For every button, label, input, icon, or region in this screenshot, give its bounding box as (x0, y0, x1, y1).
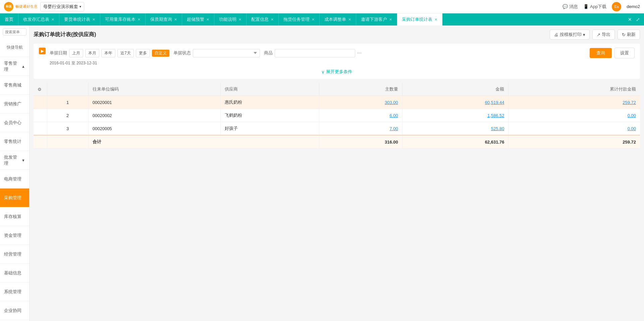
tab-tuo[interactable]: 拖货任务管理 ✕ (279, 13, 320, 25)
tab-peizhi-close[interactable]: ✕ (271, 17, 274, 22)
page-title: 采购订单统计表(按供应商) (34, 31, 96, 38)
tab-yaohuo[interactable]: 要货单统计表 ✕ (59, 13, 100, 25)
tab-yaoqing-label: 邀请下游客户 (361, 16, 387, 22)
tab-gongneng[interactable]: 功能说明 ✕ (214, 13, 247, 25)
row-supplier-2: 好孩子 (220, 122, 319, 136)
goods-more-dots[interactable]: ··· (357, 50, 362, 56)
sidebar-item-caigou-guanli[interactable]: 采购管理 (0, 189, 29, 207)
th-seq (47, 83, 88, 96)
row-supplier-1: 飞鹤奶粉 (220, 109, 319, 122)
date-custom-badge[interactable]: 自定义 (152, 50, 169, 57)
export-icon: ↗ (597, 32, 600, 37)
sidebar-item-yingxiao[interactable]: 营销推广 (0, 95, 29, 113)
sidebar-item-lingshao-tongji-label: 零售统计 (4, 139, 21, 145)
nav-right-controls: ✕ ⤢ (627, 16, 644, 23)
tab-peizhi-label: 配置信息 (251, 16, 269, 22)
footer-empty1 (34, 135, 47, 149)
template-print-button[interactable]: 🖨 按模板打印 ▾ (550, 30, 590, 40)
tab-chaochuyujing-close[interactable]: ✕ (206, 17, 209, 22)
sidebar-item-dianshang[interactable]: 电商管理 (0, 170, 29, 189)
date-btn-7days[interactable]: 近7天 (117, 49, 134, 57)
sidebar-item-kucun[interactable]: 库存核算 (0, 207, 29, 226)
chevron-down-icon2: ▾ (583, 32, 585, 37)
sidebar-item-jichu[interactable]: 基础信息 (0, 264, 29, 282)
th-paid: 累计付款金额 (508, 83, 640, 96)
tab-yaoqing[interactable]: 邀请下游客户 ✕ (356, 13, 397, 25)
date-btn-more[interactable]: 更多 (136, 49, 150, 57)
export-button[interactable]: ↗ 导出 (592, 30, 615, 40)
sidebar-item-shangcheng-label: 零售商城 (4, 82, 21, 88)
tab-keyong[interactable]: 可用量库存账本 ✕ (100, 13, 146, 25)
row-code-2: 00020005 (88, 122, 220, 136)
row-gear-1 (34, 109, 47, 122)
settings-button[interactable]: 设置 (614, 48, 635, 58)
sidebar-item-lingshao[interactable]: 零售管理 ▲ (0, 57, 29, 76)
tab-home[interactable]: 首页 (0, 13, 18, 25)
chevron-down-icon3: ∨ (321, 69, 325, 74)
row-amount-0: 60,519.44 (402, 96, 508, 109)
logo-icon: 标版 (4, 2, 13, 11)
expand-more-label: 展开更多条件 (326, 69, 352, 75)
sidebar-item-kuaijie[interactable]: 快捷导航 (0, 38, 29, 57)
sidebar-item-xitong[interactable]: 系统管理 (0, 282, 29, 301)
sidebar-item-kucun-label: 库存核算 (4, 214, 21, 220)
th-qty: 主数量 (319, 83, 402, 96)
tab-gongneng-close[interactable]: ✕ (238, 17, 241, 22)
status-label: 单据状态 (173, 50, 191, 56)
tab-caigou-close[interactable]: ✕ (434, 17, 437, 22)
sidebar-item-zijin[interactable]: 资金管理 (0, 226, 29, 245)
refresh-button[interactable]: ↻ 刷新 (618, 30, 640, 40)
sidebar-item-pifa[interactable]: 批发管理 ▼ (0, 151, 29, 170)
sidebar: 快捷导航 零售管理 ▲ 零售商城 营销推广 会员中心 零售统计 批发管理 ▼ 电… (0, 25, 30, 321)
sidebar-item-jingying[interactable]: 经营管理 (0, 245, 29, 264)
table-row: 2 00020002 飞鹤奶粉 6.00 1,586.52 0.00 (34, 109, 640, 122)
sidebar-item-qiye-label: 企业协同 (4, 308, 21, 314)
table-card: ⚙ 往来单位编码 供应商 主数量 金额 累计付款金额 1 00020001 惠氏… (34, 83, 640, 149)
filter-status-item: 单据状态 (173, 49, 260, 57)
printer-icon: 🖨 (554, 32, 558, 37)
tab-keyong-close[interactable]: ✕ (138, 17, 141, 22)
messages-button[interactable]: 💬 消息 (562, 4, 578, 10)
query-button[interactable]: 查询 (590, 48, 612, 58)
data-table: ⚙ 往来单位编码 供应商 主数量 金额 累计付款金额 1 00020001 惠氏… (34, 83, 640, 149)
tab-yaoqing-close[interactable]: ✕ (389, 17, 392, 22)
filter-toggle-arrow[interactable]: ▶ (39, 48, 46, 54)
tab-tuo-close[interactable]: ✕ (312, 17, 315, 22)
tab-shoufahuiroll[interactable]: 收发存汇总表 ✕ (18, 13, 59, 25)
nav-close-btn[interactable]: ✕ (627, 16, 633, 23)
tab-baozhi-close[interactable]: ✕ (174, 17, 177, 22)
goods-input[interactable] (275, 49, 355, 57)
tab-shoufahuiroll-close[interactable]: ✕ (51, 17, 54, 22)
download-icon: 📱 (583, 4, 589, 9)
sidebar-search-input[interactable] (3, 28, 26, 36)
row-amount-2: 525.80 (402, 122, 508, 136)
sidebar-item-lingshao-tongji[interactable]: 零售统计 (0, 132, 29, 151)
status-select[interactable] (193, 49, 260, 57)
app-download-label: App下载 (590, 4, 606, 10)
table-footer-row: 合计 316.00 62,631.76 259.72 (34, 135, 640, 149)
sidebar-item-jichu-label: 基础信息 (4, 270, 21, 276)
tab-peizhi[interactable]: 配置信息 ✕ (247, 13, 279, 25)
tab-caigou[interactable]: 采购订单统计表 ✕ (397, 13, 442, 25)
tab-yaohuo-close[interactable]: ✕ (92, 17, 95, 22)
app-download-button[interactable]: 📱 App下载 (583, 4, 606, 10)
sidebar-item-shangcheng[interactable]: 零售商城 (0, 76, 29, 95)
date-btn-shang-yue[interactable]: 上月 (69, 49, 83, 57)
tab-chaochuyujing[interactable]: 超储预警 ✕ (182, 13, 214, 25)
sidebar-item-qiye[interactable]: 企业协同 (0, 301, 29, 320)
nav-tabs: 首页 收发存汇总表 ✕ 要货单统计表 ✕ 可用量库存账本 ✕ 保质期查询 ✕ 超… (0, 13, 644, 25)
expand-more-toggle[interactable]: ∨ 展开更多条件 (321, 69, 352, 75)
sidebar-pifa-arrow: ▼ (21, 158, 25, 162)
tab-chengben[interactable]: 成本调整单 ✕ (320, 13, 356, 25)
tab-baozhi[interactable]: 保质期查询 ✕ (146, 13, 182, 25)
footer-label: 合计 (88, 135, 319, 149)
refresh-label: 刷新 (627, 32, 636, 38)
workspace-selector[interactable]: 母婴行业演示账套 ▾ (40, 2, 84, 11)
sidebar-item-huiyuan[interactable]: 会员中心 (0, 113, 29, 132)
th-gear[interactable]: ⚙ (34, 83, 47, 96)
tab-chengben-close[interactable]: ✕ (348, 17, 351, 22)
nav-expand-btn[interactable]: ⤢ (635, 16, 641, 23)
avatar[interactable]: Ea (612, 2, 621, 11)
date-btn-ben-nian[interactable]: 本年 (101, 49, 115, 57)
date-btn-ben-yue[interactable]: 本月 (85, 49, 99, 57)
